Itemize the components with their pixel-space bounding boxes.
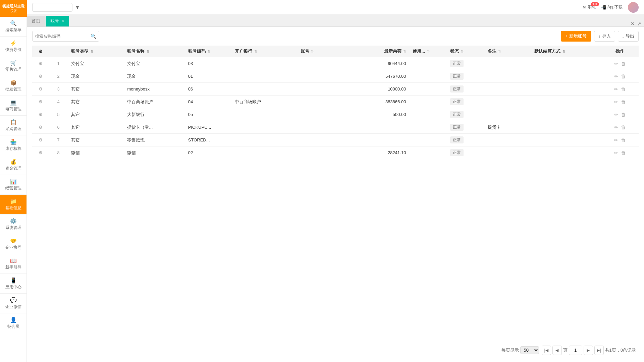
sidebar-item-search[interactable]: 🔍 搜索菜单 [0,17,26,37]
finance-icon: 💰 [1,159,25,165]
sidebar-item-member[interactable]: 👤 畅会员 [0,313,26,333]
row-use [409,146,447,159]
sidebar-item-label: 采购管理 [1,126,25,132]
row-settle [531,121,601,134]
col-status-header[interactable]: 状态 ⇅ [447,46,484,57]
col-use-header[interactable]: 使用... ⇅ [409,46,447,57]
edit-icon[interactable]: ✏ [614,99,618,105]
sidebar-item-operation[interactable]: 📊 经营管理 [0,175,26,195]
col-action-header: 操作 [601,46,639,57]
edit-icon[interactable]: ✏ [614,150,618,156]
row-setting[interactable]: ⚙ [32,121,49,134]
dropdown-icon[interactable]: ▼ [75,5,80,10]
row-setting[interactable]: ⚙ [32,83,49,96]
logo-sub: 乐版 [10,9,17,13]
sidebar-item-purchase[interactable]: 📋 采购管理 [0,116,26,135]
row-actions: ✏ 🗑 [601,70,639,83]
sidebar-item-label: 企业微信 [1,304,25,310]
row-bank [231,121,297,134]
sidebar-item-basic[interactable]: 📁 基础信息 [0,195,26,215]
row-status: 正常 [447,83,484,96]
row-setting[interactable]: ⚙ [32,134,49,146]
col-settle-header[interactable]: 默认结算方式 ⇅ [531,46,601,57]
export-button[interactable]: ↓ 导出 [618,31,639,42]
sidebar-item-system[interactable]: ⚙️ 系统管理 [0,215,26,234]
row-status: 正常 [447,121,484,134]
sidebar-item-app-center[interactable]: 📱 应用中心 [0,274,26,294]
delete-icon[interactable]: 🗑 [621,74,626,79]
sidebar-item-quick[interactable]: ⚡ 快捷导航 [0,37,26,56]
sidebar-item-retail[interactable]: 🛒 零售管理 [0,56,26,76]
prev-page-button[interactable]: ◀ [552,346,562,355]
edit-icon[interactable]: ✏ [614,112,618,117]
sidebar-item-label: 畅会员 [1,324,25,329]
row-setting[interactable]: ⚙ [32,146,49,159]
add-account-button[interactable]: + 新增账号 [561,31,591,42]
col-balance-header[interactable]: 最新余额 ⇅ [353,46,409,57]
sidebar-item-label: 系统管理 [1,225,25,231]
sidebar-item-guide[interactable]: 📖 新手引导 [0,254,26,274]
delete-icon[interactable]: 🗑 [621,112,626,117]
edit-icon[interactable]: ✏ [614,61,618,66]
page-size-select[interactable]: 50 100 200 [520,346,539,354]
col-type-header[interactable]: 账号类型 ⇅ [68,46,124,57]
sidebar-item-wechat[interactable]: 💬 企业微信 [0,294,26,313]
col-code-header[interactable]: 账号编码 ⇅ [185,46,232,57]
delete-icon[interactable]: 🗑 [621,61,626,66]
sidebar-item-wholesale[interactable]: 📦 批发管理 [0,76,26,96]
sidebar-item-enterprise[interactable]: 🤝 企业协同 [0,234,26,254]
sidebar-item-inventory[interactable]: 🏪 库存核算 [0,135,26,155]
row-status: 正常 [447,108,484,121]
tab-bar-close-button[interactable]: ✕ [631,21,635,26]
tab-account[interactable]: 账号 ✕ [46,16,69,26]
edit-icon[interactable]: ✏ [614,74,618,79]
sidebar-item-ecommerce[interactable]: 💻 电商管理 [0,96,26,116]
row-name: 微信 [124,146,184,159]
delete-icon[interactable]: 🗑 [621,86,626,92]
row-setting[interactable]: ⚙ [32,57,49,70]
col-name-header[interactable]: 账号名称 ⇅ [124,46,184,57]
tab-home-label: 首页 [32,18,40,24]
row-actions: ✏ 🗑 [601,121,639,134]
col-account-header[interactable]: 账号 ⇅ [297,46,353,57]
row-type: 其它 [68,121,124,134]
sort-icon: ⇅ [403,50,406,53]
edit-icon[interactable]: ✏ [614,125,618,130]
delete-icon[interactable]: 🗑 [621,150,626,156]
table-row: ⚙ 4 其它 中百商场账户 04 中百商场账户 383866.00 正常 ✏ 🗑 [32,96,639,108]
app-download-button[interactable]: 📲 App下载 [601,4,623,10]
col-setting-header[interactable]: ⚙ [32,46,49,57]
edit-icon[interactable]: ✏ [614,86,618,92]
row-name: 零售抵现 [124,134,184,146]
app-center-icon: 📱 [1,277,25,284]
row-setting[interactable]: ⚙ [32,96,49,108]
search-input[interactable] [35,34,91,39]
row-code: PICKUPC... [185,121,232,134]
delete-icon[interactable]: 🗑 [621,137,626,143]
content-area: 🔍 + 新增账号 ↑ 导入 ↓ 导出 ⚙ [27,27,644,362]
row-code: 06 [185,83,232,96]
last-page-button[interactable]: ▶| [594,346,604,355]
tab-home[interactable]: 首页 [27,16,45,26]
header-search-input[interactable] [32,3,72,12]
delete-icon[interactable]: 🗑 [621,125,626,130]
next-page-button[interactable]: ▶ [584,346,593,355]
search-icon[interactable]: 🔍 [91,34,96,39]
message-button[interactable]: ✉ 消息 99+ [583,4,596,10]
row-account [297,70,353,83]
tab-bar-fullscreen-button[interactable]: ⤢ [637,21,641,26]
row-name: 中百商场账户 [124,96,184,108]
first-page-button[interactable]: |◀ [542,346,551,355]
sidebar-item-finance[interactable]: 💰 资金管理 [0,155,26,175]
col-bank-header[interactable]: 开户银行 ⇅ [231,46,297,57]
row-setting[interactable]: ⚙ [32,70,49,83]
edit-icon[interactable]: ✏ [614,137,618,143]
status-badge: 正常 [450,136,464,143]
avatar[interactable] [628,2,639,13]
row-setting[interactable]: ⚙ [32,108,49,121]
import-button[interactable]: ↑ 导入 [594,31,615,42]
col-remark-header[interactable]: 备注 ⇅ [484,46,531,57]
delete-icon[interactable]: 🗑 [621,99,626,105]
page-input[interactable] [569,346,582,355]
tab-close-icon[interactable]: ✕ [61,19,64,23]
